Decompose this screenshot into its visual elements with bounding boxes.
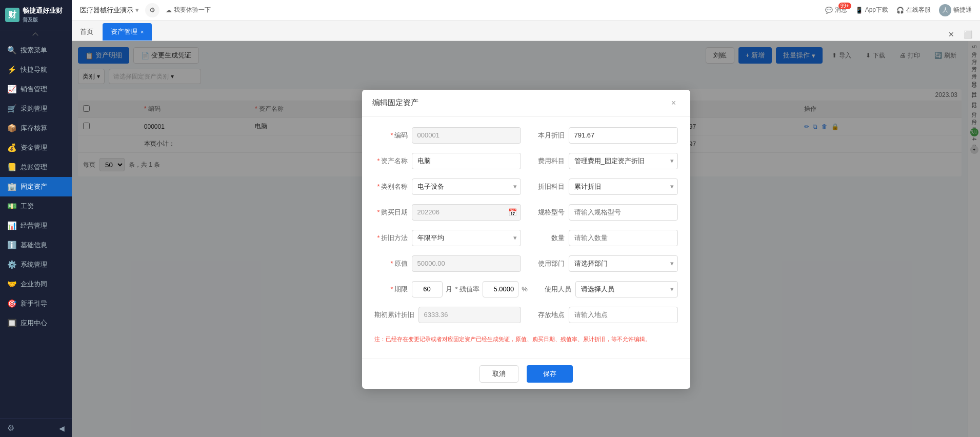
experience-btn[interactable]: ☁ 我要体验一下 [166, 6, 211, 14]
sidebar-item-ledger[interactable]: 📒 总账管理 [0, 157, 72, 177]
original-value-label: *原值 [374, 259, 408, 268]
category-group: *类别名称 电子设备 ▾ [374, 178, 521, 195]
sidebar-header: 财 畅捷通好业财 普及版 [0, 0, 72, 30]
residual-rate-label: * 残值率 [455, 285, 480, 294]
message-icon: 💬 [825, 7, 833, 14]
search-icon: 🔍 [7, 46, 16, 55]
sidebar-item-funds[interactable]: 💰 资金管理 [0, 138, 72, 157]
inventory-icon: 📦 [7, 124, 16, 133]
purchase-date-input[interactable] [412, 204, 521, 221]
sidebar-item-label: 系统管理 [21, 260, 47, 269]
tab-home[interactable]: 首页 [72, 23, 102, 41]
user-select[interactable]: 请选择人员 [575, 281, 678, 297]
form-row-3: *类别名称 电子设备 ▾ 折旧科目 [374, 178, 678, 195]
modal-header: 编辑固定资产 × [362, 90, 690, 117]
modal-body: *编码 本月折旧 *资产名称 [362, 117, 690, 359]
save-button[interactable]: 保存 [527, 365, 573, 383]
sidebar-item-search[interactable]: 🔍 搜索菜单 [0, 41, 72, 60]
sidebar-item-label: 总账管理 [21, 163, 47, 172]
asset-name-input[interactable] [412, 153, 521, 169]
window-close-btn[interactable]: ✕ [945, 28, 957, 41]
app-download-btn[interactable]: 📱 App下载 [855, 6, 888, 14]
dep-subject-wrap: 累计折旧 ▾ [569, 178, 678, 195]
purchase-date-label: *购买日期 [374, 208, 408, 217]
close-tab-icon[interactable]: × [141, 29, 144, 35]
sidebar-item-basic-info[interactable]: ℹ️ 基础信息 [0, 235, 72, 255]
period-input[interactable] [412, 281, 443, 297]
monthly-dep-label: 本月折旧 [531, 131, 565, 140]
app-logo: 财 畅捷通好业财 普及版 [5, 6, 67, 24]
sidebar-item-app-center[interactable]: 🔲 应用中心 [0, 313, 72, 333]
modal-note: 注：已经存在变更记录或者对应固定资产已经生成凭证，原值、购买日期、残值率、累计折… [374, 332, 678, 348]
logo-icon: 财 [5, 8, 19, 22]
modal-overlay: 编辑固定资产 × *编码 本月折旧 [72, 41, 980, 437]
code-input[interactable] [412, 127, 521, 144]
quantity-input[interactable] [569, 230, 678, 246]
initial-accum-group: 期初累计折旧 [374, 307, 521, 323]
spec-model-group: 规格型号 [531, 204, 678, 221]
sidebar-item-operations[interactable]: 📊 经营管理 [0, 216, 72, 235]
dep-method-select[interactable]: 年限平均 [412, 230, 521, 246]
quantity-group: 数量 [531, 230, 678, 246]
expense-subject-label: 费用科目 [531, 156, 565, 166]
calendar-icon[interactable]: 📅 [508, 208, 517, 216]
settings-icon[interactable]: ⚙ [7, 423, 14, 433]
initial-accum-input[interactable] [418, 307, 521, 323]
topbar: 医疗器械行业演示 ▾ ⚙ ☁ 我要体验一下 💬 消息 99+ 📱 App下载 🎧… [72, 0, 980, 21]
expense-subject-wrap: 管理费用_固定资产折旧 ▾ [569, 153, 678, 169]
expense-subject-select[interactable]: 管理费用_固定资产折旧 [569, 153, 678, 169]
fixed-assets-icon: 🏢 [7, 182, 16, 191]
funds-icon: 💰 [7, 143, 16, 152]
asset-name-group: *资产名称 [374, 153, 521, 169]
message-btn[interactable]: 💬 消息 99+ [825, 6, 847, 14]
sidebar-item-fixed-assets[interactable]: 🏢 固定资产 [0, 177, 72, 196]
sidebar-item-newcomer[interactable]: 🎯 新手引导 [0, 294, 72, 313]
sidebar-item-sales[interactable]: 📈 销售管理 [0, 80, 72, 99]
location-label: 存放地点 [531, 310, 565, 320]
sidebar-item-label: 工资 [21, 202, 34, 211]
quick-nav-icon: ⚡ [7, 65, 16, 74]
original-value-input[interactable] [412, 255, 521, 272]
depreciation-subject-group: 折旧科目 累计折旧 ▾ [531, 178, 678, 195]
form-row-6: *原值 使用部门 请选择部门 ▾ [374, 255, 678, 272]
headset-icon: 🎧 [896, 7, 904, 14]
company-selector[interactable]: 医疗器械行业演示 ▾ [80, 6, 139, 15]
service-btn[interactable]: 🎧 在线客服 [896, 6, 931, 14]
category-select[interactable]: 电子设备 [412, 178, 521, 195]
sidebar-item-quick-nav[interactable]: ⚡ 快捷导航 [0, 60, 72, 80]
sidebar-item-system[interactable]: ⚙️ 系统管理 [0, 255, 72, 274]
sidebar-item-label: 应用中心 [21, 319, 47, 328]
department-select[interactable]: 请选择部门 [569, 255, 678, 272]
purchase-date-wrap: 📅 [412, 204, 521, 221]
settings-button[interactable]: ⚙ [145, 3, 159, 17]
dep-subject-select[interactable]: 累计折旧 [569, 178, 678, 195]
window-maximize-btn[interactable]: ⬜ [962, 28, 974, 41]
company-dropdown-arrow: ▾ [135, 6, 139, 14]
sidebar-item-label: 基础信息 [21, 241, 47, 250]
spec-model-input[interactable] [569, 204, 678, 221]
period-inline: 月 * 残值率 % [412, 281, 528, 297]
monthly-dep-input[interactable] [569, 127, 678, 144]
sidebar-item-inventory[interactable]: 📦 库存核算 [0, 118, 72, 138]
tab-asset-management[interactable]: 资产管理 × [103, 23, 152, 41]
modal-title: 编辑固定资产 [372, 98, 418, 108]
location-input[interactable] [569, 307, 678, 323]
modal-close-btn[interactable]: × [668, 97, 680, 109]
collapse-icon[interactable]: ◀ [59, 424, 65, 432]
spec-model-label: 规格型号 [531, 208, 565, 217]
modal-footer: 取消 保存 [362, 359, 690, 389]
company-name: 医疗器械行业演示 [80, 6, 133, 15]
dep-subject-label: 折旧科目 [531, 182, 565, 191]
residual-rate-input[interactable] [483, 281, 518, 297]
phone-icon: 📱 [855, 7, 863, 14]
newcomer-icon: 🎯 [7, 299, 16, 308]
sidebar-item-payroll[interactable]: 💵 工资 [0, 196, 72, 216]
app-edition: 普及版 [23, 16, 63, 24]
cloud-icon: ☁ [166, 7, 172, 14]
cancel-button[interactable]: 取消 [479, 365, 518, 383]
ledger-icon: 📒 [7, 163, 16, 172]
sidebar-item-enterprise[interactable]: 🤝 企业协同 [0, 274, 72, 294]
sidebar-item-purchase[interactable]: 🛒 采购管理 [0, 99, 72, 118]
user-btn[interactable]: 人 畅捷通 [939, 4, 972, 16]
dep-method-label: *折旧方法 [374, 233, 408, 243]
